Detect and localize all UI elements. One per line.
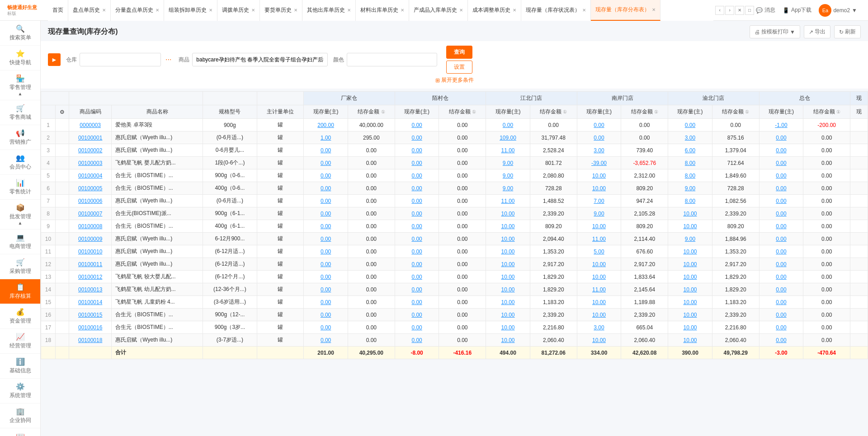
table-cell[interactable]: 00100011 [69, 258, 112, 271]
table-cell[interactable]: 10.00 [486, 321, 530, 334]
table-cell[interactable]: 0.00 [759, 321, 803, 334]
table-cell[interactable]: -39.00 [577, 157, 621, 169]
table-cell[interactable]: 00100002 [69, 144, 112, 157]
nav-tab-other_outbound[interactable]: 其他出库单历史✕ [302, 0, 356, 21]
table-cell[interactable]: 9.00 [486, 169, 530, 182]
table-cell[interactable]: 10.00 [486, 245, 530, 258]
table-cell[interactable]: 0.00 [395, 169, 439, 182]
table-cell[interactable]: 9.00 [668, 182, 712, 195]
export-btn[interactable]: ↗ 导出 [804, 25, 830, 38]
tab-close-icon[interactable]: ✕ [251, 8, 255, 13]
table-cell[interactable]: 0.00 [304, 271, 348, 283]
table-cell[interactable]: 10.00 [486, 207, 530, 220]
table-cell[interactable]: 0.00 [759, 144, 803, 157]
table-cell[interactable]: 0.00 [759, 157, 803, 169]
tab-close-icon[interactable]: ✕ [652, 7, 656, 12]
table-cell[interactable]: 0.00 [395, 220, 439, 233]
message-btn[interactable]: 💬 消息 [756, 6, 775, 14]
table-cell[interactable]: 200.00 [304, 119, 348, 131]
sidebar-item-finance[interactable]: 💰资金管理 [0, 304, 40, 329]
table-cell[interactable]: 0.00 [759, 220, 803, 233]
table-cell[interactable]: 10.00 [486, 233, 530, 245]
table-cell[interactable]: 8.00 [668, 195, 712, 207]
table-cell[interactable]: 10.00 [668, 220, 712, 233]
table-cell[interactable]: 5.00 [577, 245, 621, 258]
table-cell[interactable]: 0.00 [395, 334, 439, 347]
table-cell[interactable]: 7.00 [577, 195, 621, 207]
table-cell[interactable]: 0.00 [304, 321, 348, 334]
sidebar-item-search[interactable]: 🔍搜索英单 [0, 21, 40, 46]
table-cell[interactable]: 0.00 [395, 283, 439, 296]
table-cell[interactable]: 9.00 [486, 182, 530, 195]
table-cell[interactable]: 00100010 [69, 245, 112, 258]
table-cell[interactable]: 0.00 [395, 233, 439, 245]
nav-tab-cost_adjust[interactable]: 成本调整单历史✕ [468, 0, 521, 21]
sidebar-item-retail_stats[interactable]: 📊零售统计 [0, 175, 40, 200]
settings-btn[interactable]: 设置 [446, 61, 472, 74]
nav-tab-transfer[interactable]: 调拨单历史✕ [217, 0, 260, 21]
table-cell[interactable]: 0.00 [395, 157, 439, 169]
table-cell[interactable]: 0.00 [395, 144, 439, 157]
table-cell[interactable]: 0.00 [304, 245, 348, 258]
tab-close-icon[interactable]: ✕ [401, 8, 404, 13]
table-cell[interactable]: 0.00 [304, 309, 348, 321]
table-cell[interactable]: 0.00 [395, 119, 439, 131]
table-cell[interactable]: 0.00 [395, 258, 439, 271]
table-cell[interactable]: 0.00 [668, 119, 712, 131]
tab-close-icon[interactable]: ✕ [513, 8, 516, 13]
table-cell[interactable]: 10.00 [486, 271, 530, 283]
table-cell[interactable]: 0.00 [759, 233, 803, 245]
table-cell[interactable]: 0.00 [395, 182, 439, 195]
table-cell[interactable]: 9.00 [668, 233, 712, 245]
table-cell[interactable]: 00100016 [69, 321, 112, 334]
sidebar-item-basics[interactable]: ℹ️基础信息 [0, 354, 40, 379]
sidebar-item-retail_mgmt[interactable]: 🏪零售管理▲ [0, 70, 40, 100]
table-cell[interactable]: 3.00 [577, 321, 621, 334]
query-btn[interactable]: 查询 [446, 46, 472, 59]
sidebar-item-purchase[interactable]: 🛒采购管理 [0, 254, 40, 279]
table-cell[interactable]: 0.00 [395, 321, 439, 334]
table-cell[interactable]: 00100018 [69, 334, 112, 347]
nav-tab-material_outbound[interactable]: 材料出库单历史✕ [356, 0, 409, 21]
table-cell[interactable]: 1.00 [304, 131, 348, 144]
table-cell[interactable]: 9.00 [486, 157, 530, 169]
nav-tab-stocktake_split[interactable]: 分量盘点单历史✕ [111, 0, 164, 21]
table-cell[interactable]: 10.00 [486, 309, 530, 321]
nav-tab-inventory_dist[interactable]: 现存量（库存分布表）✕ [591, 0, 660, 21]
table-cell[interactable]: 00100006 [69, 195, 112, 207]
table-cell[interactable]: 0.00 [759, 245, 803, 258]
table-cell[interactable]: 0.00 [759, 296, 803, 309]
table-cell[interactable]: 0.00 [759, 334, 803, 347]
table-cell[interactable]: 0.00 [486, 119, 530, 131]
table-cell[interactable]: 0.00 [759, 195, 803, 207]
sidebar-item-shortcut[interactable]: ⭐快捷导航 [0, 46, 40, 70]
table-cell[interactable]: 0.00 [759, 207, 803, 220]
table-cell[interactable]: 3.00 [577, 144, 621, 157]
table-cell[interactable]: 0.00 [304, 169, 348, 182]
table-cell[interactable]: 10.00 [668, 258, 712, 271]
table-cell[interactable]: 10.00 [668, 334, 712, 347]
table-cell[interactable]: 0.00 [304, 144, 348, 157]
warehouse-input[interactable] [80, 53, 161, 66]
table-cell[interactable]: 9.00 [577, 207, 621, 220]
tab-close-icon[interactable]: ✕ [209, 8, 212, 13]
table-cell[interactable]: 10.00 [668, 207, 712, 220]
table-cell[interactable]: 0.00 [304, 283, 348, 296]
app-download-btn[interactable]: 📱 App下载 [783, 6, 811, 14]
table-cell[interactable]: 10.00 [668, 296, 712, 309]
table-cell[interactable]: 0.00 [304, 182, 348, 195]
table-cell[interactable]: 10.00 [577, 220, 621, 233]
nav-tab-stocktake_single[interactable]: 盘点单历史✕ [68, 0, 111, 21]
table-cell[interactable]: 11.00 [486, 144, 530, 157]
sidebar-item-enterprise[interactable]: 🏢企业协同 [0, 403, 40, 428]
table-cell[interactable]: 00100007 [69, 207, 112, 220]
tab-close-all-btn[interactable]: ✕ [735, 6, 744, 15]
tab-close-icon[interactable]: ✕ [156, 8, 159, 13]
table-cell[interactable]: 0.00 [395, 195, 439, 207]
print-btn[interactable]: 🖨 按模板打印 ▼ [750, 25, 800, 38]
nav-tab-assemble_disassemble[interactable]: 组装拆卸单历史✕ [164, 0, 217, 21]
table-cell[interactable]: 3.00 [668, 131, 712, 144]
table-cell[interactable]: 00100001 [69, 131, 112, 144]
table-cell[interactable]: 11.00 [577, 283, 621, 296]
table-cell[interactable]: 0.00 [759, 169, 803, 182]
